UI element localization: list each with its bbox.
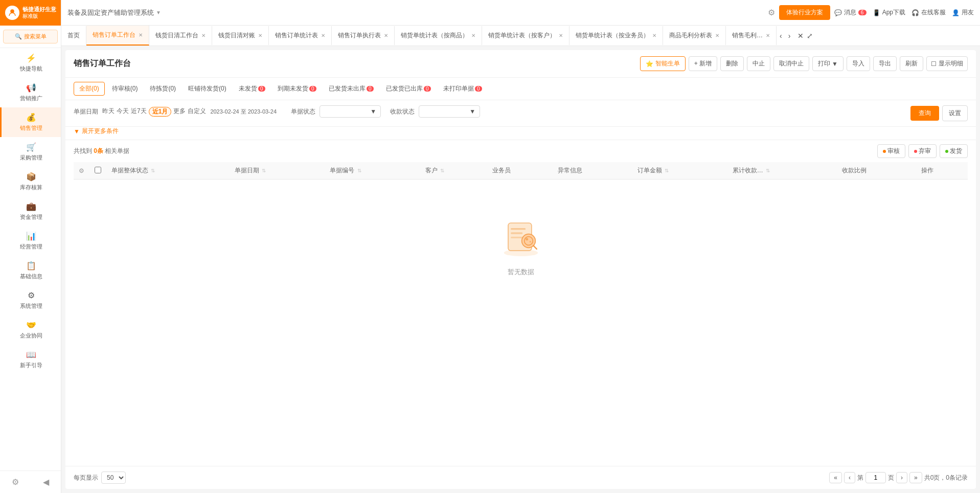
tab-close-sales-customer[interactable]: ✕ [559, 33, 563, 38]
enterprise-icon: 🤝 [26, 320, 36, 330]
show-detail-checkbox[interactable]: ☐ 显示明细 [926, 56, 968, 71]
tab-close-sales-staff[interactable]: ✕ [652, 33, 656, 38]
sidebar-item-tutorial[interactable]: 📖 新手引导 [0, 345, 61, 374]
tab-cash-reconcile[interactable]: 钱货日清对账 ✕ [212, 26, 269, 45]
tab-close-current[interactable]: ✕ [796, 31, 805, 41]
status-select[interactable]: ▼ [320, 105, 381, 118]
sub-tab-pending-review[interactable]: 待审核(0) [107, 82, 143, 95]
expand-arrow-icon: ▼ [74, 128, 80, 135]
first-page-button[interactable]: « [829, 472, 842, 483]
sub-tab-all[interactable]: 全部(0) [74, 82, 105, 96]
table-header-row: ⚙ 单据整体状态 ⇅ 单据日期 ⇅ 单据编号 [74, 162, 968, 180]
tab-sales-stats[interactable]: 销售订单统计表 ✕ [269, 26, 332, 45]
message-icon: 💬 [834, 9, 842, 16]
tab-close-sales-exec[interactable]: ✕ [384, 33, 388, 38]
quick-ship-button[interactable]: 发货 [940, 144, 968, 158]
tab-close-sales-stats[interactable]: ✕ [321, 33, 325, 38]
sidebar-item-basic-info[interactable]: 📋 基础信息 [0, 256, 61, 285]
tab-sales-goods[interactable]: 销货单统计表（按商品） ✕ [395, 26, 482, 45]
tab-close-sales-goods[interactable]: ✕ [471, 33, 475, 38]
sidebar-item-inventory[interactable]: 📦 库存核算 [0, 167, 61, 196]
tab-maximize[interactable]: ⤢ [806, 31, 814, 41]
sub-tab-pending-pick[interactable]: 待拣货(0) [145, 82, 181, 95]
page-size-select[interactable]: 50 [101, 472, 126, 484]
sort-amount-icon[interactable]: ⇅ [665, 168, 669, 173]
import-button[interactable]: 导入 [847, 56, 870, 71]
topbar-settings-icon[interactable]: ⚙ [768, 8, 775, 17]
set-button[interactable]: 设置 [942, 105, 968, 121]
user-menu-button[interactable]: 👤 用友 [952, 8, 974, 17]
lightning-icon: ⚡ [26, 53, 36, 63]
message-button[interactable]: 💬 消息 6 [834, 8, 867, 17]
prev-page-button[interactable]: ‹ [844, 472, 855, 483]
export-button[interactable]: 导出 [873, 56, 897, 71]
app-download-button[interactable]: 📱 App下载 [873, 8, 905, 17]
tab-close-sales-margin[interactable]: ✕ [766, 33, 770, 38]
sidebar-item-enterprise[interactable]: 🤝 企业协同 [0, 315, 61, 345]
collapse-icon[interactable]: ◀ [39, 475, 53, 489]
sort-customer-icon[interactable]: ⇅ [440, 168, 444, 173]
tab-margin-analysis[interactable]: 商品毛利分析表 ✕ [663, 26, 726, 45]
search-menu-button[interactable]: 🔍 搜索菜单 [3, 30, 58, 43]
sidebar-item-quick-nav[interactable]: ⚡ 快捷导航 [0, 48, 61, 78]
query-button[interactable]: 查询 [910, 106, 939, 121]
refresh-button[interactable]: 刷新 [900, 56, 923, 71]
add-button[interactable]: + 新增 [689, 56, 717, 71]
quick-review-button[interactable]: 审核 [877, 144, 905, 158]
sub-tab-shipped-out-done[interactable]: 已发货已出库0 [381, 82, 436, 95]
cancel-stop-button[interactable]: 取消中止 [773, 56, 809, 71]
sidebar-item-finance[interactable]: 💼 资金管理 [0, 196, 61, 226]
settings-bottom-icon[interactable]: ⚙ [8, 475, 23, 489]
title-dropdown-arrow[interactable]: ▼ [156, 10, 161, 15]
sidebar-item-management[interactable]: 📊 经营管理 [0, 226, 61, 256]
sub-tab-shipped-out-pending[interactable]: 已发货未出库0 [324, 82, 379, 95]
table-count: 共找到 0条 相关单据 [74, 147, 129, 155]
sidebar-item-purchase[interactable]: 🛒 采购管理 [0, 137, 61, 167]
delete-button[interactable]: 删除 [720, 56, 744, 71]
tab-close-sales-workbench[interactable]: ✕ [139, 32, 143, 38]
table-settings-column[interactable]: ⚙ [74, 162, 89, 180]
print-button[interactable]: 打印 ▼ [812, 56, 844, 71]
stop-button[interactable]: 中止 [747, 56, 770, 71]
expand-more-button[interactable]: ▼ 展开更多条件 [74, 127, 968, 136]
tab-close-margin-analysis[interactable]: ✕ [715, 33, 719, 38]
sort-date-icon[interactable]: ⇅ [262, 168, 266, 173]
date-today[interactable]: 今天 [117, 107, 129, 117]
date-custom[interactable]: 自定义 [188, 107, 206, 117]
select-all-checkbox[interactable] [89, 162, 106, 180]
date-1month[interactable]: 近1月 [149, 107, 172, 117]
sidebar-item-system[interactable]: ⚙ 系统管理 [0, 285, 61, 315]
tab-cash-daily[interactable]: 钱货日清工作台 ✕ [149, 26, 212, 45]
sidebar-item-marketing[interactable]: 📢 营销推广 [0, 78, 61, 107]
date-yesterday[interactable]: 昨天 [102, 107, 115, 117]
next-page-button[interactable]: › [896, 472, 907, 483]
tab-sales-customer[interactable]: 销货单统计表（按客户） ✕ [482, 26, 569, 45]
tab-sales-workbench[interactable]: 销售订单工作台 ✕ [86, 26, 149, 46]
payment-select[interactable]: ▼ [419, 105, 480, 118]
tab-nav-next[interactable]: › [785, 28, 794, 44]
sidebar-item-sales[interactable]: 💰 销售管理 [0, 107, 61, 137]
date-7days[interactable]: 近7天 [131, 107, 147, 117]
date-more[interactable]: 更多 [173, 107, 186, 117]
quick-reject-button[interactable]: 弃审 [908, 144, 937, 158]
sub-tab-unprinted[interactable]: 未打印单据0 [438, 82, 487, 95]
sub-tab-unshipped[interactable]: 未发货0 [234, 82, 270, 95]
sub-tab-overdue-unshipped[interactable]: 到期未发货0 [272, 82, 322, 95]
tab-home[interactable]: 首页 [61, 26, 86, 45]
tab-close-cash-daily[interactable]: ✕ [201, 33, 206, 38]
sort-collected-icon[interactable]: ⇅ [766, 168, 770, 173]
page-number-input[interactable] [865, 472, 886, 483]
tab-sales-staff[interactable]: 销货单统计表（按业务员） ✕ [569, 26, 663, 45]
tab-nav-prev[interactable]: ‹ [777, 28, 785, 44]
online-service-button[interactable]: 🎧 在线客服 [911, 8, 946, 17]
sort-number-icon[interactable]: ⇅ [357, 168, 361, 173]
tab-close-cash-reconcile[interactable]: ✕ [258, 33, 262, 38]
tab-sales-margin[interactable]: 销售毛利… ✕ [726, 26, 777, 45]
industry-solution-button[interactable]: 体验行业方案 [779, 5, 830, 20]
sub-tab-wangpu[interactable]: 旺铺待发货(0) [183, 82, 232, 95]
sort-status-icon[interactable]: ⇅ [151, 168, 155, 173]
last-page-button[interactable]: » [909, 472, 922, 483]
checkbox-all[interactable] [95, 167, 101, 173]
tab-sales-exec[interactable]: 销售订单执行表 ✕ [332, 26, 395, 45]
smart-create-button[interactable]: ⭐ 智能生单 [640, 56, 686, 71]
